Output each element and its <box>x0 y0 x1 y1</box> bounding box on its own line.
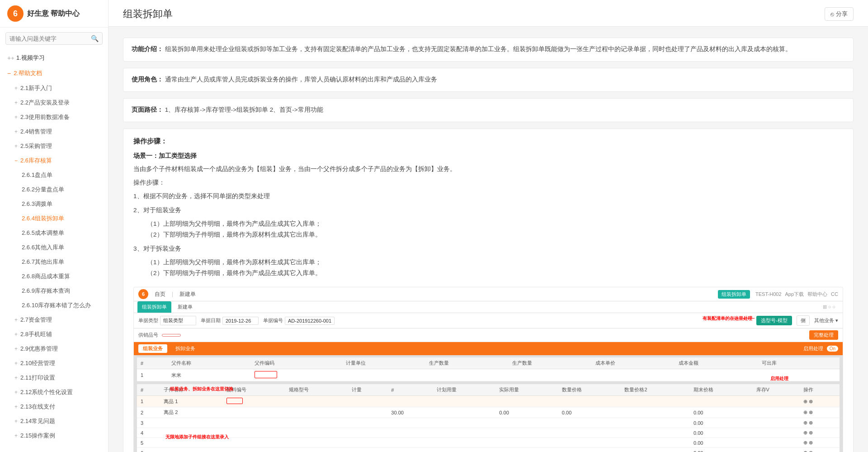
sim-type-value[interactable]: 组装类型 <box>160 316 196 325</box>
sim-aux-toggle[interactable]: On <box>827 346 838 352</box>
sidebar-item-faq[interactable]: + 2.14常见问题 <box>0 414 108 428</box>
expand-sub-icon2: + <box>14 100 18 106</box>
sim-field-date: 单据日期 2019-12-26 <box>201 317 259 325</box>
sidebar-item-install[interactable]: + 2.2产品安装及登录 <box>0 95 108 110</box>
sim-bottom-highlighted[interactable] <box>226 398 243 404</box>
expand-sub-icon12: + <box>14 404 18 410</box>
sidebar-item-inventory[interactable]: − 2.6库存核算 <box>0 153 108 168</box>
sidebar-item-video[interactable]: + 1.视频学习 <box>0 50 108 66</box>
sim-type-bar: 组装业务 拆卸业务 启用处理 On <box>134 342 843 355</box>
sim-btn-confirm[interactable]: 选型号-模型 <box>756 316 792 325</box>
sidebar-item-online[interactable]: + 2.13在线支付 <box>0 400 108 414</box>
sim-btn-process[interactable]: 完整处理 <box>809 330 838 340</box>
sidebar-item-print-label: 2.11打印设置 <box>20 374 55 382</box>
sidebar-item-custom[interactable]: + 2.12系统个性化设置 <box>0 385 108 400</box>
sim-search-input[interactable] <box>162 334 181 337</box>
sim-type-label: 单据类型 <box>138 317 158 324</box>
table-row: 2 离品 2 30.00 0.00 0.00 0.00 <box>137 407 840 418</box>
sim-code-value[interactable]: AD-201912260-001 <box>285 317 335 325</box>
nav-section: + 1.视频学习 − 2.帮助文档 + 2.1新手入门 + 2.2产品安装及登录… <box>0 49 108 444</box>
sim-right-cc[interactable]: CC <box>831 291 838 297</box>
table-row: 50.00⊕ ⊗ <box>137 438 840 448</box>
func-intro-text: 组装拆卸单用来处理企业组装或拆卸等加工业务，支持有固定装配清单的产品加工业务，也… <box>165 46 792 52</box>
sim-field-type: 单据类型 组装类型 <box>138 316 196 325</box>
sidebar-item-261-label: 2.6.1盘点单 <box>22 171 52 179</box>
sidebar-item-mobile-label: 2.8手机旺辅 <box>20 330 52 338</box>
sidebar-item-265[interactable]: 2.6.5成本调整单 <box>22 226 108 240</box>
sidebar-item-ops[interactable]: + 2.10经营管理 <box>0 356 108 371</box>
sidebar-item-prepare[interactable]: + 2.3使用前数据准备 <box>0 110 108 124</box>
sidebar-item-262[interactable]: 2.6.2分量盘点单 <box>22 182 108 197</box>
sidebar-item-261[interactable]: 2.6.1盘点单 <box>22 168 108 182</box>
sim-sub-tab-list[interactable]: 组装拆卸单 <box>137 301 171 313</box>
sim-code-label: 单据编号 <box>263 317 283 324</box>
page-title: 组装拆卸单 <box>123 7 173 21</box>
sim-nav-new[interactable]: 新建单 <box>177 290 198 299</box>
sim-table-bottom-header: # 子件名称 配料编号 规格型号 计量 # 计划用量 实际用量 数量价格 数量价… <box>137 384 840 396</box>
sidebar-item-mobile[interactable]: + 2.8手机旺辅 <box>0 327 108 342</box>
sim-topbar-right: TEST-H002 App下载 帮助中心 CC <box>755 291 838 298</box>
expand-icon: + <box>7 55 14 61</box>
content-area: 功能介绍： 组装拆卸单用来处理企业组装或拆卸等加工业务，支持有固定装配清单的产品… <box>108 27 868 452</box>
sim-btn-print[interactable]: 侧 <box>797 315 810 326</box>
role-box: 使用角色： 通常由生产人员或库管人员完成拆装业务的操作，库管人员确认原材料的出库… <box>123 68 854 92</box>
sim-search-label: 供销品号 <box>138 332 158 338</box>
table-row: 30.00⊕ ⊗ <box>137 418 840 428</box>
sim-type-assemble[interactable]: 组装业务 <box>138 344 167 353</box>
main-panel: 组装拆卸单 ⎋ 分享 功能介绍： 组装拆卸单用来处理企业组装或拆卸等加工业务，支… <box>108 0 868 452</box>
role-text: 通常由生产人员或库管人员完成拆装业务的操作，库管人员确认原材料的出库和产成品的入… <box>165 76 437 83</box>
table-row: 1 离品 1 <box>137 396 840 407</box>
sim-nav-home[interactable]: 自页 <box>152 290 168 299</box>
sim-bth-inv: 库存V <box>753 384 800 396</box>
sim-app-id: TEST-H002 <box>755 291 781 297</box>
sim-type-disassemble[interactable]: 拆卸业务 <box>171 344 200 353</box>
sim-right-app[interactable]: App下载 <box>785 291 804 298</box>
sidebar-item-266-label: 2.6.6其他入库单 <box>22 243 64 252</box>
sidebar-item-cases[interactable]: + 2.15操作案例 <box>0 428 108 443</box>
sidebar-item-print[interactable]: + 2.11打印设置 <box>0 371 108 385</box>
func-intro-box: 功能介绍： 组装拆卸单用来处理企业组装或拆卸等加工业务，支持有固定装配清单的产品… <box>123 38 854 62</box>
sidebar-item-2610[interactable]: 2.6.10库存账本错了怎么办 <box>22 298 108 313</box>
sidebar-item-264[interactable]: 2.6.4组装拆卸单 <box>22 211 108 226</box>
sidebar-item-266[interactable]: 2.6.6其他入库单 <box>22 240 108 255</box>
search-box[interactable]: 🔍 <box>5 32 103 45</box>
sim-tab-active[interactable]: 组装拆卸单 <box>718 290 750 299</box>
share-button[interactable]: ⎋ 分享 <box>825 7 854 21</box>
sidebar-item-custom-label: 2.12系统个性化设置 <box>20 388 73 396</box>
table-row: 1 米米 <box>137 369 840 381</box>
sim-date-value[interactable]: 2019-12-26 <box>222 317 259 325</box>
sidebar-item-online-label: 2.13在线支付 <box>20 403 55 411</box>
sidebar-item-sales-label: 2.4销售管理 <box>20 128 52 136</box>
sidebar-item-sales[interactable]: + 2.4销售管理 <box>0 124 108 139</box>
table-row: 60.00⊕ ⊗ <box>137 448 840 452</box>
search-icon[interactable]: 🔍 <box>91 35 99 42</box>
sim-btn-more[interactable]: 其他业务 ▾ <box>814 317 838 324</box>
sim-bottom-table: # 子件名称 配料编号 规格型号 计量 # 计划用量 实际用量 数量价格 数量价… <box>137 384 840 452</box>
step2: 2、对于组装业务 <box>133 205 843 216</box>
sidebar-item-269[interactable]: 2.6.9库存账本查询 <box>22 284 108 298</box>
sidebar-item-newbie[interactable]: + 2.1新手入门 <box>0 81 108 95</box>
sidebar-item-docs[interactable]: − 2.帮助文档 <box>0 66 108 81</box>
sim-sub-tab-new[interactable]: 新建单 <box>173 301 197 313</box>
sidebar-item-finance[interactable]: + 2.7资金管理 <box>0 313 108 327</box>
sim-right-help[interactable]: 帮助中心 <box>807 291 827 298</box>
ops-steps-heading: 操作步骤： <box>133 177 843 188</box>
sim-td-ca <box>675 369 758 381</box>
sidebar-item-inventory-label: 2.6库存核算 <box>20 157 52 165</box>
search-input[interactable] <box>9 35 91 42</box>
sidebar-item-267[interactable]: 2.6.7其他出库单 <box>22 255 108 269</box>
sidebar-item-purchase[interactable]: + 2.5采购管理 <box>0 139 108 153</box>
sim-td-unit <box>342 369 425 381</box>
sidebar-item-263[interactable]: 2.6.3调拨单 <box>22 197 108 211</box>
sim-bth-code: 配料编号 <box>223 384 286 396</box>
sidebar-item-269-label: 2.6.9库存账本查询 <box>22 287 70 295</box>
sidebar-item-268[interactable]: 2.6.8商品成本重算 <box>22 269 108 284</box>
sim-td-pq1 <box>425 369 509 381</box>
table-row: 40.00⊕ ⊗ <box>137 428 840 438</box>
step3: 3、对于拆装业务 <box>133 243 843 254</box>
sidebar-item-264-label: 2.6.4组装拆卸单 <box>22 214 64 223</box>
sidebar-item-newbie-label: 2.1新手入门 <box>20 84 52 92</box>
sidebar-item-coupon[interactable]: + 2.9优惠券管理 <box>0 342 108 356</box>
sidebar-item-faq-label: 2.14常见问题 <box>20 417 55 425</box>
sim-highlighted-field[interactable] <box>255 371 277 378</box>
